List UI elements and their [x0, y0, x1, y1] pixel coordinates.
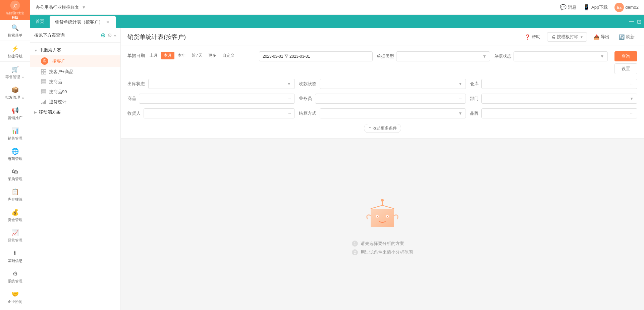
salesperson-select[interactable]: ···	[315, 94, 466, 104]
query-panel-title: 按以下方案查询	[34, 32, 65, 38]
svg-rect-11	[41, 93, 46, 94]
export-btn[interactable]: 📤 导出	[591, 33, 612, 41]
warehouse-group: 仓库 ···	[470, 79, 637, 89]
sidebar-item-enterprise[interactable]: 🤝 企业协同	[0, 287, 30, 307]
user-profile[interactable]: Ea demo2	[614, 3, 639, 12]
doc-status-select[interactable]: ▼	[514, 51, 608, 61]
sidebar-item-inventory[interactable]: 📋 库存核算	[0, 184, 30, 205]
receive-status-chevron-icon: ▼	[458, 82, 462, 86]
dept-select[interactable]: ▼	[481, 94, 637, 104]
brand-group: 品牌 ···	[470, 108, 637, 118]
query-main: 销货单统计表(按客户) ❓ 帮助 🖨 按模板打印 ▼ 📤 导出	[121, 28, 644, 310]
doc-type-select[interactable]: ▼	[396, 51, 490, 61]
query-panel-actions: ⊕ ⊙ «	[101, 32, 116, 39]
settlement-select[interactable]: ▼	[320, 108, 466, 118]
sidebar-item-finance[interactable]: 💰 资金管理	[0, 205, 30, 225]
custom-date-btn[interactable]: 自定义	[220, 51, 237, 60]
collapse-arrow-icon: ⌃	[368, 126, 371, 131]
tabbar-actions: — ⊡	[629, 18, 644, 25]
goods-label: 商品	[127, 96, 137, 102]
tab-close-icon[interactable]: ✕	[105, 19, 110, 25]
settings-button[interactable]: 设置	[614, 63, 637, 74]
sidebar-item-operations[interactable]: 📈 经营管理	[0, 225, 30, 246]
page-actions: ❓ 帮助 🖨 按模板打印 ▼ 📤 导出 🔄 刷新	[522, 32, 637, 42]
desktop-group-arrow-icon: ▼	[34, 49, 38, 52]
sidebar-item-retail[interactable]: 🛒 零售管理 ▲	[0, 62, 30, 82]
sidebar-item-purchase[interactable]: 🛍 采购管理	[0, 164, 30, 184]
sidebar-label-basic: 基础信息	[8, 258, 22, 263]
last7-btn[interactable]: 近7天	[189, 51, 205, 60]
more-date-btn[interactable]: 更多	[206, 51, 219, 60]
tab-home[interactable]: 首页	[30, 15, 50, 28]
sidebar-item-search[interactable]: 🔍 搜索菜单	[0, 20, 30, 41]
help-icon: ❓	[525, 34, 530, 40]
this-month-btn[interactable]: 本月	[161, 52, 174, 59]
prev-month-btn[interactable]: 上月	[147, 51, 160, 60]
sidebar-label-sales-mgmt: 销售管理	[8, 136, 22, 141]
date-range-input[interactable]: 2023-03-01 至 2023-03-31	[259, 51, 373, 61]
tree-item-by-goods[interactable]: 按商品	[30, 77, 120, 87]
sales-mgmt-icon: 📊	[11, 127, 19, 135]
sidebar-item-system[interactable]: ⚙ 系统管理	[0, 266, 30, 287]
dept-chevron-icon: ▼	[630, 96, 634, 101]
page-header: 销货单统计表(按客户) ❓ 帮助 🖨 按模板打印 ▼ 📤 导出	[121, 28, 644, 46]
tab-sales-stats[interactable]: 销货单统计表（按客户） ✕	[50, 16, 116, 28]
collapse-panel-btn[interactable]: «	[114, 33, 116, 38]
salesperson-label: 业务员	[299, 96, 313, 102]
warehouse-select[interactable]: ···	[481, 79, 637, 89]
tree-item-by-customer-goods-label: 按客户+商品	[49, 69, 73, 75]
tree-item-by-goods-99[interactable]: 按商品99	[30, 87, 120, 97]
sidebar-item-newbie[interactable]: 🎯 新手引导	[0, 307, 30, 310]
goods-select[interactable]: ···	[139, 94, 295, 104]
dept-group: 部门 ▼	[470, 94, 637, 104]
print-label: 按模板打印	[557, 34, 579, 40]
warehouse-more-icon[interactable]: ···	[630, 82, 634, 86]
sidebar-label-marketing: 营销推广	[8, 115, 22, 120]
goods-more-icon[interactable]: ···	[288, 96, 291, 101]
sidebar-item-wholesale[interactable]: 📦 批发管理 ▲	[0, 82, 30, 103]
print-btn[interactable]: 🖨 按模板打印 ▼	[547, 32, 587, 42]
help-btn[interactable]: ❓ 帮助	[522, 33, 543, 41]
empty-state: 1 请先选择要分析的方案 2 用过滤条件来缩小分析范围	[121, 139, 644, 310]
tab-minimize-icon[interactable]: —	[629, 18, 634, 24]
brand-select[interactable]: ···	[481, 108, 637, 118]
query-button[interactable]: 查询	[614, 51, 637, 61]
sidebar-item-quick-nav[interactable]: ⚡ 快捷导航	[0, 41, 30, 62]
help-label: 帮助	[532, 34, 540, 40]
collapse-button[interactable]: ⌃ 收起更多条件	[364, 124, 401, 133]
this-year-btn[interactable]: 本年	[175, 51, 189, 60]
empty-tip-2: 2 用过滤条件来缩小分析范围	[352, 249, 413, 255]
refresh-btn[interactable]: 🔄 刷新	[616, 33, 637, 41]
brand-more-icon[interactable]: ···	[630, 111, 634, 116]
sidebar-item-ecommerce[interactable]: 🌐 电商管理	[0, 144, 30, 164]
return-stats-icon	[41, 99, 46, 105]
app-download-btn[interactable]: 📱 App下载	[583, 4, 608, 10]
sidebar-item-basic[interactable]: ℹ 基础信息	[0, 246, 30, 266]
sidebar-label-system: 系统管理	[8, 279, 22, 284]
tree-item-return-stats-label: 退货统计	[49, 99, 66, 105]
out-status-select[interactable]: ▼	[148, 79, 295, 89]
salesperson-more-icon[interactable]: ···	[459, 96, 462, 101]
receive-status-select[interactable]: ▼	[320, 79, 466, 89]
tab-maximize-icon[interactable]: ⊡	[637, 18, 641, 25]
sidebar-label-purchase: 采购管理	[8, 176, 22, 182]
date-filter-group: 单据日期 上月 本月 本年 近7天 更多 自定义	[127, 51, 255, 60]
receiver-more-icon[interactable]: ···	[288, 111, 291, 116]
brand-label: 品牌	[470, 110, 479, 116]
message-btn[interactable]: 💬 消息	[560, 4, 577, 10]
retail-arrow-icon: ▲	[21, 75, 25, 79]
tree-item-by-customer[interactable]: 客 按客户	[30, 55, 120, 67]
desktop-group-header[interactable]: ▼ 电脑端方案	[30, 45, 120, 55]
add-scheme-btn[interactable]: ⊕	[101, 32, 106, 39]
tree-item-return-stats[interactable]: 退货统计	[30, 97, 120, 107]
operations-icon: 📈	[11, 229, 19, 237]
receiver-select[interactable]: ···	[144, 108, 295, 118]
mobile-group-header[interactable]: ▶ 移动端方案	[30, 107, 120, 117]
edit-scheme-btn[interactable]: ⊙	[108, 32, 112, 38]
topbar-dropdown-icon[interactable]: ▼	[82, 5, 86, 10]
svg-text:好: 好	[13, 4, 17, 8]
sidebar-item-marketing[interactable]: 📢 营销推广	[0, 103, 30, 123]
out-status-label: 出库状态	[127, 81, 146, 87]
sidebar-item-sales-mgmt[interactable]: 📊 销售管理	[0, 123, 30, 144]
tree-item-by-customer-goods[interactable]: 按客户+商品	[30, 67, 120, 77]
